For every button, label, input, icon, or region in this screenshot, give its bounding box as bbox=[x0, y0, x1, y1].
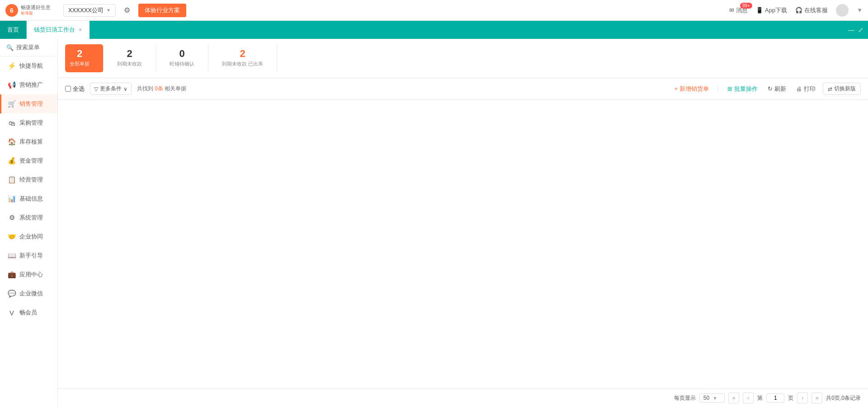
per-page-label: 每页显示 bbox=[674, 394, 696, 402]
online-service-btn[interactable]: 🎧 在线客服 bbox=[795, 6, 828, 14]
select-all-checkbox[interactable]: 全选 bbox=[65, 85, 85, 93]
filter-chevron: ∨ bbox=[123, 86, 127, 92]
app-download-btn[interactable]: 📱 App下载 bbox=[756, 6, 787, 14]
pagination-bar: 每页显示 50 ▼ « ‹ 第 页 › » 共0页,0条记录 bbox=[58, 388, 868, 407]
company-name: XXXXXX公司 bbox=[68, 6, 104, 14]
per-page-value: 50 bbox=[703, 395, 709, 401]
found-text: 共找到 0条 相关单据 bbox=[137, 85, 186, 93]
stat-number-wangpu: 0 bbox=[170, 48, 194, 60]
sidebar-label-qiyexietong: 企业协同 bbox=[19, 233, 43, 241]
sidebar-search[interactable]: 🔍 搜索菜单 bbox=[0, 39, 57, 56]
message-btn[interactable]: ✉ 消息 99+ bbox=[729, 6, 748, 14]
sidebar-label-jichuxinxi: 基础信息 bbox=[19, 195, 43, 203]
tab-home-label: 首页 bbox=[7, 26, 19, 34]
stats-row: 2 全部单据 2 到期未收款 0 旺铺待确认 2 到期未收款 已出库 bbox=[58, 39, 868, 78]
sidebar-item-qiyexietong[interactable]: 🤝 企业协同 bbox=[0, 227, 57, 246]
user-dropdown-arrow: ▼ bbox=[857, 7, 863, 14]
stat-card-overdue-shipped[interactable]: 2 到期未收款 已出库 bbox=[208, 44, 277, 72]
sidebar-item-caigouguanli[interactable]: 🛍 采购管理 bbox=[0, 113, 57, 132]
tab-spacer bbox=[90, 21, 844, 39]
last-page-btn[interactable]: » bbox=[811, 393, 822, 403]
content-area: 2 全部单据 2 到期未收款 0 旺铺待确认 2 到期未收款 已出库 全选 bbox=[58, 39, 868, 407]
add-sales-btn[interactable]: + 新增销货单 bbox=[672, 83, 712, 95]
prev-page-btn[interactable]: ‹ bbox=[743, 393, 754, 403]
purchase-icon: 🛍 bbox=[8, 119, 16, 127]
stat-label-wangpu: 旺铺待确认 bbox=[170, 61, 194, 67]
select-all-input[interactable] bbox=[65, 86, 71, 92]
sidebar-search-label: 搜索菜单 bbox=[16, 43, 40, 51]
refresh-btn[interactable]: ↻ 刷新 bbox=[765, 83, 789, 95]
sidebar-label-kuaijiedaohang: 快捷导航 bbox=[19, 62, 43, 70]
per-page-select[interactable]: 50 ▼ bbox=[699, 393, 725, 402]
app-download-label: App下载 bbox=[765, 6, 787, 14]
stat-card-wangpu[interactable]: 0 旺铺待确认 bbox=[156, 44, 208, 72]
user-name-area[interactable]: ▼ bbox=[857, 7, 863, 14]
refresh-label: 刷新 bbox=[774, 85, 786, 93]
user-avatar[interactable] bbox=[836, 4, 849, 17]
sidebar-label-xitonguanli: 系统管理 bbox=[19, 214, 43, 222]
select-all-label: 全选 bbox=[73, 85, 85, 93]
stat-number-all: 2 bbox=[70, 48, 90, 60]
table-area bbox=[58, 100, 868, 388]
refresh-icon: ↻ bbox=[768, 85, 773, 92]
batch-label: 批量操作 bbox=[734, 85, 758, 93]
sales-icon: 🛒 bbox=[8, 100, 16, 108]
top-header: 6 畅捷通好生意 标准版 XXXXXX公司 ▼ ⚙ 体验行业方案 ✉ 消息 99… bbox=[0, 0, 868, 21]
message-icon: ✉ bbox=[729, 7, 734, 14]
message-badge: 99+ bbox=[740, 3, 752, 9]
switch-icon: ⇄ bbox=[828, 86, 832, 92]
nav-tabs-bar: 首页 钱货日清工作台 × — ⤢ bbox=[0, 21, 868, 39]
tab-close-icon[interactable]: × bbox=[79, 27, 82, 33]
wechat-icon: 💬 bbox=[8, 290, 16, 298]
window-maximize-icon[interactable]: ⤢ bbox=[858, 26, 863, 33]
sidebar-item-zijinguanli[interactable]: 💰 资金管理 bbox=[0, 151, 57, 170]
stat-card-overdue[interactable]: 2 到期未收款 bbox=[104, 44, 156, 72]
tab-home[interactable]: 首页 bbox=[0, 21, 27, 39]
online-service-label: 在线客服 bbox=[804, 6, 828, 14]
stat-card-all[interactable]: 2 全部单据 bbox=[65, 44, 104, 72]
trial-button[interactable]: 体验行业方案 bbox=[138, 4, 186, 17]
stat-label-overdue: 到期未收款 bbox=[117, 61, 142, 67]
sidebar-item-qiyeweixin[interactable]: 💬 企业微信 bbox=[0, 284, 57, 303]
app-name: 畅捷通好生意 bbox=[21, 4, 51, 10]
found-prefix: 共找到 bbox=[137, 85, 153, 92]
sidebar-item-yingyongzhongxin[interactable]: 💼 应用中心 bbox=[0, 265, 57, 284]
tab-qianhuoriqing-label: 钱货日清工作台 bbox=[34, 26, 75, 34]
sidebar-item-kuaijiedaohang[interactable]: ⚡ 快捷导航 bbox=[0, 56, 57, 75]
current-page-input[interactable] bbox=[766, 393, 784, 402]
sidebar-label-kucunhesuan: 库存核算 bbox=[19, 138, 43, 146]
first-page-btn[interactable]: « bbox=[728, 393, 739, 403]
tab-qianhuoriqing[interactable]: 钱货日清工作台 × bbox=[27, 21, 90, 39]
company-selector[interactable]: XXXXXX公司 ▼ bbox=[63, 4, 116, 17]
app-badge: 标准版 bbox=[21, 10, 51, 16]
stat-number-overdue-shipped: 2 bbox=[222, 48, 263, 60]
settings-icon[interactable]: ⚙ bbox=[120, 4, 134, 17]
window-minimize-icon[interactable]: — bbox=[848, 26, 854, 33]
next-page-btn[interactable]: › bbox=[797, 393, 808, 403]
sidebar-item-xinshouyindao[interactable]: 📖 新手引导 bbox=[0, 246, 57, 265]
sidebar-label-changhyuuan: 畅会员 bbox=[19, 309, 37, 317]
download-icon: 📱 bbox=[756, 7, 763, 14]
batch-operation-btn[interactable]: ⊞ 批量操作 bbox=[725, 83, 760, 95]
sidebar-item-jichuxinxi[interactable]: 📊 基础信息 bbox=[0, 189, 57, 208]
sidebar-item-xitonguanli[interactable]: ⚙ 系统管理 bbox=[0, 208, 57, 227]
sidebar-label-zijinguanli: 资金管理 bbox=[19, 157, 43, 165]
found-count: 0条 bbox=[155, 85, 163, 92]
print-btn[interactable]: 🖨 打印 bbox=[793, 83, 818, 95]
logo-area: 6 畅捷通好生意 标准版 bbox=[5, 4, 63, 17]
nav-tab-controls: — ⤢ bbox=[844, 21, 868, 39]
sidebar-item-kucunhesuan[interactable]: 🏠 库存核算 bbox=[0, 132, 57, 151]
total-label: 共0页,0条记录 bbox=[826, 394, 861, 402]
print-label: 打印 bbox=[804, 85, 816, 93]
cooperation-icon: 🤝 bbox=[8, 233, 16, 241]
sidebar-item-jingyingguanli[interactable]: 📋 经营管理 bbox=[0, 170, 57, 189]
sidebar-item-changhyuuan[interactable]: V 畅会员 bbox=[0, 303, 57, 322]
inventory-icon: 🏠 bbox=[8, 138, 16, 146]
app-logo-icon: 6 bbox=[5, 4, 18, 17]
app-center-icon: 💼 bbox=[8, 271, 16, 279]
sidebar-item-xiaoshouguanli[interactable]: 🛒 销售管理 bbox=[0, 94, 57, 113]
switch-version-btn[interactable]: ⇄ 切换新版 bbox=[823, 83, 861, 95]
sidebar-item-yingxiaotuiguang[interactable]: 📢 营销推广 bbox=[0, 75, 57, 94]
toolbar-divider-1 bbox=[718, 85, 718, 93]
filter-button[interactable]: ▽ 更多条件 ∨ bbox=[90, 83, 132, 95]
